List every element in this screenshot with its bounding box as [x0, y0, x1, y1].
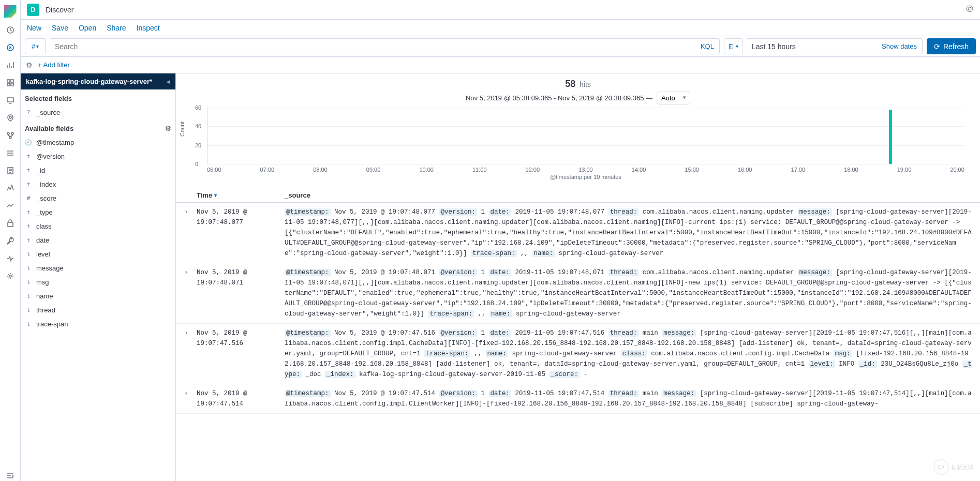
chart-bar[interactable] [889, 110, 892, 164]
expand-row-icon[interactable]: › [176, 388, 197, 409]
field-name: _type [36, 208, 53, 216]
field-type-icon: t [25, 321, 32, 327]
field-key: thread: [608, 390, 639, 397]
topbar: D Discover [21, 0, 980, 20]
nav-apm-icon[interactable] [5, 183, 16, 193]
field-item[interactable]: #_score [21, 191, 175, 205]
nav-siem-icon[interactable] [5, 218, 16, 229]
menu-open[interactable]: Open [79, 24, 96, 32]
field-key: class: [621, 350, 647, 357]
menu-new[interactable]: New [27, 24, 41, 32]
fields-settings-icon[interactable]: ⚙ [165, 125, 171, 132]
svg-point-7 [9, 116, 11, 118]
nav-maps-icon[interactable] [5, 113, 16, 123]
field-item[interactable]: tmessage [21, 261, 175, 275]
collapse-sidebar-icon[interactable]: ◂ [167, 78, 170, 85]
field-item[interactable]: tmsg [21, 275, 175, 289]
field-key: message: [798, 208, 832, 216]
field-type-icon: t [25, 209, 32, 216]
nav-monitoring-icon[interactable] [5, 253, 16, 264]
field-item[interactable]: ttrace-span [21, 317, 175, 331]
field-key: message: [798, 269, 832, 276]
expand-row-icon[interactable]: › [176, 328, 197, 380]
field-type-icon: # [25, 195, 32, 202]
field-item[interactable]: t_index [21, 177, 175, 191]
menu-share[interactable]: Share [107, 24, 126, 32]
nav-recent-icon[interactable] [5, 25, 16, 35]
field-key: date: [489, 269, 512, 276]
field-item[interactable]: t_id [21, 163, 175, 177]
nav-infra-icon[interactable] [5, 148, 16, 158]
field-key: name: [486, 350, 509, 357]
doc-time: Nov 5, 2019 @ 19:07:47.514 [197, 388, 285, 409]
field-key: thread: [608, 269, 639, 276]
menu-save[interactable]: Save [52, 24, 68, 32]
nav-logs-icon[interactable] [5, 166, 16, 176]
nav-visualize-icon[interactable] [5, 60, 16, 70]
filter-settings-icon[interactable]: ⚙ [26, 61, 33, 69]
expand-row-icon[interactable]: › [176, 207, 197, 259]
field-type-icon: t [25, 293, 32, 299]
svg-rect-2 [7, 80, 10, 82]
chevron-down-icon: ▾ [736, 43, 738, 49]
search-input[interactable] [55, 42, 701, 51]
field-item[interactable]: ?_source [21, 106, 175, 119]
field-item[interactable]: tdate [21, 233, 175, 247]
svg-rect-3 [11, 80, 13, 82]
kql-toggle[interactable]: KQL [701, 42, 714, 50]
date-range[interactable]: Last 15 hours Show dates [747, 38, 923, 54]
field-name: thread [36, 306, 55, 314]
field-key: date: [489, 390, 512, 397]
expand-row-icon[interactable]: › [176, 267, 197, 319]
nav-collapse-icon[interactable] [5, 471, 16, 481]
field-key: @version: [439, 208, 478, 216]
field-item[interactable]: t@version [21, 149, 175, 163]
field-item[interactable]: tthread [21, 303, 175, 317]
index-selector[interactable]: # ▾ [25, 38, 46, 54]
field-name: date [36, 236, 49, 244]
nav-ml-icon[interactable] [5, 130, 16, 141]
doc-source: @timestamp: Nov 5, 2019 @ 19:07:47.516 @… [285, 328, 975, 380]
field-item[interactable]: tclass [21, 219, 175, 233]
field-item[interactable]: tname [21, 289, 175, 303]
field-type-icon: t [25, 181, 32, 188]
nav-canvas-icon[interactable] [5, 95, 16, 106]
th-source[interactable]: _source [285, 191, 310, 199]
show-dates-link[interactable]: Show dates [882, 42, 917, 50]
nav-uptime-icon[interactable] [5, 201, 16, 211]
field-type-icon: t [25, 167, 32, 174]
table-row: ›Nov 5, 2019 @ 19:07:48.077 @timestamp: … [176, 203, 980, 263]
menu-inspect[interactable]: Inspect [137, 24, 160, 32]
field-name: message [36, 264, 64, 272]
nav-dashboard-icon[interactable] [5, 78, 16, 88]
doc-time: Nov 5, 2019 @ 19:07:47.516 [197, 328, 285, 380]
x-tick: 11:00 [472, 167, 487, 173]
field-item[interactable]: t_type [21, 205, 175, 219]
date-range-label: Last 15 hours [752, 42, 796, 51]
help-icon[interactable] [966, 5, 974, 14]
chart-xlabel: @timestamp per 10 minutes [207, 174, 964, 180]
nav-devtools-icon[interactable] [5, 236, 16, 246]
nav-management-icon[interactable] [5, 271, 16, 281]
menubar: New Save Open Share Inspect [21, 20, 980, 36]
histogram-chart[interactable]: Count 0204060 06:0007:0008:0009:0010:001… [176, 108, 980, 185]
field-type-icon: t [25, 307, 32, 313]
th-time[interactable]: Time ▾ [197, 191, 285, 199]
kibana-logo[interactable] [4, 5, 17, 18]
field-type-icon: 🕘 [25, 139, 32, 146]
svg-point-10 [9, 137, 11, 139]
x-tick: 20:00 [950, 167, 964, 173]
field-item[interactable]: tlevel [21, 247, 175, 261]
field-name: @version [36, 153, 65, 160]
field-key: trace-span: [424, 350, 470, 357]
interval-select[interactable]: Auto [657, 92, 690, 104]
nav-discover-icon[interactable] [5, 42, 16, 53]
svg-point-15 [968, 7, 971, 10]
add-filter-button[interactable]: + Add filter [38, 61, 70, 69]
refresh-button[interactable]: ⟳ Refresh [927, 38, 976, 54]
date-quick-button[interactable]: 🗓 ▾ [724, 38, 743, 54]
field-key: @timestamp: [285, 390, 331, 397]
available-fields-heading: Available fields [25, 125, 73, 132]
field-item[interactable]: 🕘@timestamp [21, 136, 175, 149]
index-pattern[interactable]: kafka-log-spring-cloud-gateway-server* ◂ [21, 73, 175, 89]
